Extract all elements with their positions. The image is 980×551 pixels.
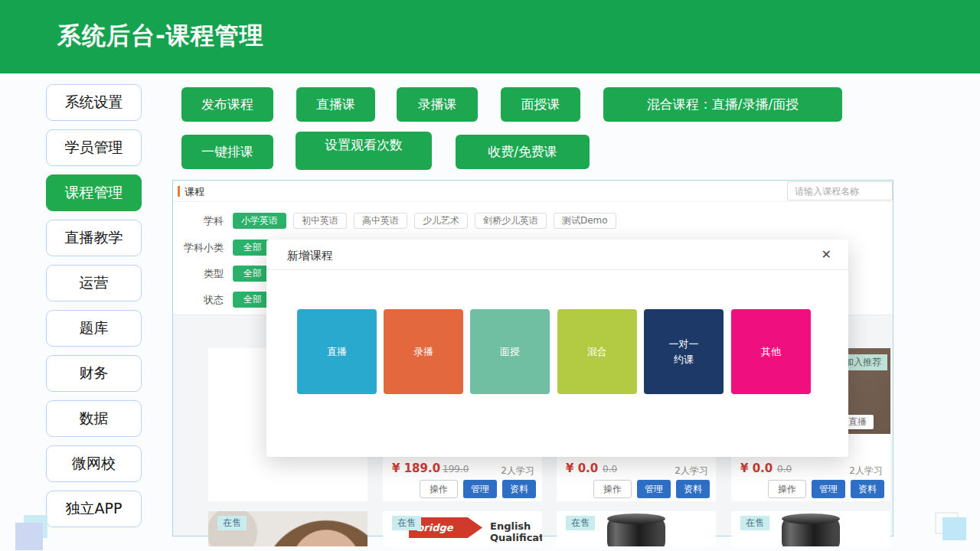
on-sale-badge: 在售 [217, 516, 247, 530]
on-sale-badge: 在售 [566, 516, 595, 530]
decoration-square [15, 523, 43, 550]
decoration-square [942, 517, 966, 540]
close-icon[interactable]: ✕ [822, 247, 831, 262]
search-input[interactable] [787, 181, 893, 201]
course-card[interactable]: 在售 [731, 511, 890, 546]
sidebar-item-question-bank[interactable]: 题库 [46, 310, 142, 347]
course-manage-button[interactable]: 管理 [637, 480, 671, 498]
course-card[interactable]: 在售 [208, 511, 368, 546]
course-original-price: 0.0 [603, 464, 617, 474]
filter-option-senior-english[interactable]: 高中英语 [354, 213, 407, 229]
course-material-button[interactable]: 资料 [676, 480, 710, 498]
filter-row-subject: 小学英语 初中英语 高中英语 少儿艺术 剑桥少儿英语 测试Demo [233, 213, 616, 229]
recorded-course-button[interactable]: 录播课 [397, 87, 478, 122]
course-original-price: 199.0 [443, 464, 469, 474]
cambridge-logo-text: English Qualifications [490, 520, 542, 543]
sidebar-item-standalone-app[interactable]: 独立APP [46, 491, 142, 527]
course-type-in-person[interactable]: 面授 [470, 309, 550, 394]
filter-label-subcategory: 学科小类 [173, 240, 224, 256]
set-view-count-button[interactable]: 设置观看次数 [296, 132, 432, 170]
app-header: 系统后台-课程管理 [0, 0, 980, 73]
course-action-button[interactable]: 操作 [593, 480, 632, 498]
course-price: ¥ 0.0 [740, 461, 773, 475]
page: 系统后台-课程管理 系统设置 学员管理 课程管理 直播教学 运营 题库 财务 数… [0, 0, 980, 551]
course-type-live[interactable]: 直播 [297, 309, 377, 394]
filter-option-test-demo[interactable]: 测试Demo [554, 213, 616, 229]
on-sale-badge: 在售 [740, 516, 769, 530]
course-action-button[interactable]: 操作 [768, 480, 806, 498]
panel-title: 课程 [185, 185, 204, 199]
course-manage-button[interactable]: 管理 [463, 480, 497, 498]
course-type-one-on-one[interactable]: 一对一约课 [644, 309, 724, 394]
course-student-count: 2人学习 [501, 465, 534, 478]
filter-option-children-art[interactable]: 少儿艺术 [414, 213, 468, 229]
in-person-course-button[interactable]: 面授课 [501, 87, 580, 122]
sidebar-item-student-management[interactable]: 学员管理 [46, 129, 142, 166]
course-price: ¥ 0.0 [566, 461, 598, 475]
one-click-scheduling-button[interactable]: 一键排课 [181, 135, 273, 169]
product-thumbnail [607, 519, 665, 546]
filter-label-subject: 学科 [173, 213, 224, 229]
modal-divider [266, 269, 848, 270]
course-type-mixed[interactable]: 混合 [557, 309, 637, 394]
course-material-button[interactable]: 资料 [502, 480, 536, 498]
sidebar-item-operations[interactable]: 运营 [46, 265, 142, 302]
filter-option-junior-english[interactable]: 初中英语 [293, 213, 347, 229]
filter-option-cambridge-english[interactable]: 剑桥少儿英语 [475, 213, 547, 229]
course-price: ¥ 189.0 [392, 461, 440, 475]
course-card[interactable]: 在售 bridge English Qualifications [383, 511, 542, 546]
sidebar-item-finance[interactable]: 财务 [46, 355, 142, 392]
add-course-modal: 新增课程 ✕ 直播 录播 面授 混合 一对一约课 其他 [266, 240, 848, 457]
filter-label-status: 状态 [173, 292, 224, 308]
product-thumbnail [782, 519, 840, 546]
course-action-button[interactable]: 操作 [420, 480, 458, 498]
paid-free-course-button[interactable]: 收费/免费课 [456, 135, 590, 169]
course-type-other[interactable]: 其他 [731, 309, 811, 394]
filter-option-primary-english[interactable]: 小学英语 [233, 213, 286, 229]
course-card[interactable]: 在售 [557, 511, 716, 546]
sidebar-item-course-management[interactable]: 课程管理 [46, 174, 142, 211]
sidebar-item-system-settings[interactable]: 系统设置 [46, 84, 142, 121]
sidebar-item-data[interactable]: 数据 [46, 400, 142, 437]
publish-course-button[interactable]: 发布课程 [181, 87, 273, 122]
course-type-recorded[interactable]: 录播 [384, 309, 463, 394]
live-course-button[interactable]: 直播课 [296, 87, 375, 122]
modal-title: 新增课程 [287, 249, 333, 263]
page-title: 系统后台-课程管理 [57, 20, 264, 52]
filter-label-type: 类型 [173, 266, 224, 282]
course-material-button[interactable]: 资料 [851, 480, 884, 498]
mixed-course-button[interactable]: 混合课程：直播/录播/面授 [603, 87, 842, 122]
course-student-count: 2人学习 [849, 465, 883, 478]
panel-header: 课程 [173, 181, 893, 202]
sidebar-item-micro-school[interactable]: 微网校 [46, 445, 142, 482]
on-sale-badge: 在售 [392, 516, 421, 530]
course-student-count: 2人学习 [675, 465, 708, 478]
sidebar-item-live-teaching[interactable]: 直播教学 [46, 220, 142, 256]
course-original-price: 0.0 [777, 464, 792, 474]
course-manage-button[interactable]: 管理 [812, 480, 845, 498]
